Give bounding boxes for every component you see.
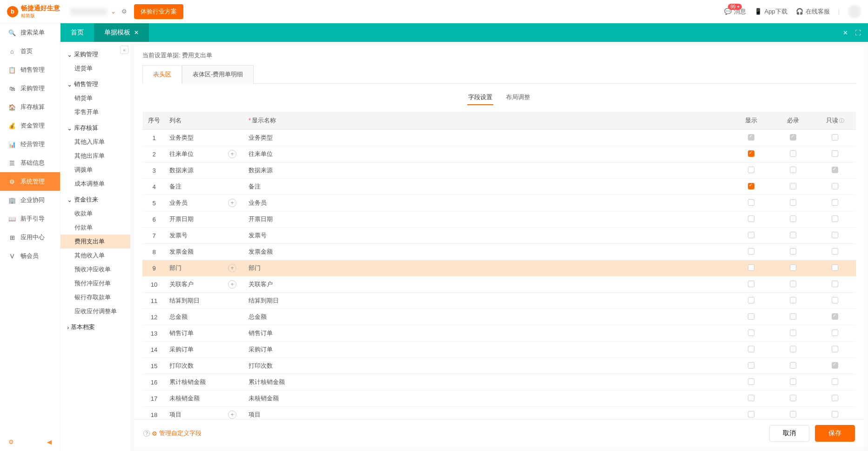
checkbox[interactable] <box>748 395 754 401</box>
tab-template[interactable]: 单据模板 ✕ <box>94 23 149 42</box>
checkbox[interactable] <box>748 248 754 255</box>
checkbox[interactable] <box>748 330 754 336</box>
checkbox[interactable] <box>832 330 838 336</box>
fullscreen-icon[interactable]: ⛶ <box>855 29 861 36</box>
sub-tab-header[interactable]: 表头区 <box>142 65 182 84</box>
tree-group-head[interactable]: ›基本档案 <box>61 320 130 334</box>
checkbox[interactable] <box>790 313 796 320</box>
tree-item[interactable]: 零售开单 <box>61 105 130 119</box>
customer-service-button[interactable]: 🎧 在线客服 <box>796 7 830 16</box>
checkbox[interactable] <box>832 395 838 401</box>
sidebar-item-biz[interactable]: 📊经营管理 <box>0 135 60 154</box>
cell-display[interactable]: 总金额 <box>245 309 730 325</box>
view-tab-fields[interactable]: 字段设置 <box>467 90 493 105</box>
manage-custom-fields-link[interactable]: ? ⚙ 管理自定义字段 <box>143 429 202 438</box>
collapse-left-icon[interactable]: « <box>120 46 128 54</box>
cell-display[interactable]: 发票金额 <box>245 244 730 260</box>
sidebar-item-sale[interactable]: 📋销售管理 <box>0 61 60 79</box>
checkbox[interactable] <box>748 313 754 320</box>
checkbox[interactable] <box>790 297 796 303</box>
checkbox[interactable] <box>748 199 754 206</box>
cell-display[interactable]: 业务员 <box>245 195 730 211</box>
sidebar-item-sys[interactable]: ⚙系统管理 <box>0 172 60 191</box>
checkbox[interactable] <box>790 150 796 157</box>
checkbox[interactable] <box>748 264 754 271</box>
cell-display[interactable]: 部门 <box>245 260 730 276</box>
checkbox[interactable] <box>748 183 754 189</box>
view-tab-layout[interactable]: 布局调整 <box>505 90 531 105</box>
plus-icon[interactable]: + <box>228 264 236 272</box>
help-icon[interactable]: ⓘ <box>839 118 844 123</box>
checkbox[interactable] <box>790 264 796 271</box>
tab-home[interactable]: 首页 <box>61 23 94 42</box>
cell-display[interactable]: 未核销金额 <box>245 390 730 407</box>
messages-button[interactable]: 💬 99 + 消息 <box>724 7 746 16</box>
cell-display[interactable]: 数据来源 <box>245 162 730 179</box>
cell-display[interactable]: 项目 <box>245 407 730 419</box>
close-icon[interactable]: ✕ <box>134 29 139 36</box>
checkbox[interactable] <box>832 248 838 255</box>
cell-display[interactable]: 结算到期日 <box>245 293 730 309</box>
tree-item[interactable]: 调拨单 <box>61 163 130 177</box>
cell-display[interactable]: 采购订单 <box>245 342 730 358</box>
checkbox[interactable] <box>790 232 796 238</box>
checkbox[interactable] <box>748 378 754 385</box>
checkbox[interactable] <box>832 281 838 287</box>
checkbox[interactable] <box>748 281 754 287</box>
tree-group-head[interactable]: ⌄销售管理 <box>61 77 130 91</box>
checkbox[interactable] <box>832 134 838 141</box>
sidebar-item-coop[interactable]: 🏢企业协同 <box>0 191 60 209</box>
checkbox[interactable] <box>790 378 796 385</box>
avatar[interactable] <box>848 5 861 18</box>
checkbox[interactable] <box>748 297 754 303</box>
checkbox[interactable] <box>832 346 838 352</box>
checkbox[interactable] <box>790 248 796 255</box>
tree-item[interactable]: 费用支出单 <box>61 235 130 249</box>
plus-icon[interactable]: + <box>228 150 236 158</box>
cell-display[interactable]: 关联客户 <box>245 276 730 293</box>
tree-item[interactable]: 其他入库单 <box>61 135 130 149</box>
checkbox[interactable] <box>790 362 796 369</box>
sidebar-item-app[interactable]: ⊞应用中心 <box>0 228 60 247</box>
sidebar-item-fund[interactable]: 💰资金管理 <box>0 116 60 135</box>
cell-display[interactable]: 开票日期 <box>245 211 730 228</box>
sidebar-item-home[interactable]: ⌂首页 <box>0 42 60 61</box>
sub-tab-body[interactable]: 表体区-费用单明细 <box>182 65 254 84</box>
plus-icon[interactable]: + <box>228 280 236 289</box>
gear-icon[interactable]: ⚙ <box>121 8 127 15</box>
tree-group-head[interactable]: ⌄库存核算 <box>61 121 130 135</box>
checkbox[interactable] <box>748 150 754 157</box>
sidebar-item-stock[interactable]: 🏠库存核算 <box>0 98 60 116</box>
tree-item[interactable]: 进货单 <box>61 61 130 75</box>
app-download-button[interactable]: 📱 App下载 <box>754 7 787 16</box>
sidebar-item-member[interactable]: V畅会员 <box>0 247 60 265</box>
cancel-button[interactable]: 取消 <box>769 425 809 442</box>
checkbox[interactable] <box>832 199 838 206</box>
checkbox[interactable] <box>790 330 796 336</box>
cell-display[interactable]: 往来单位 <box>245 146 730 162</box>
cell-display[interactable]: 业务类型 <box>245 130 730 146</box>
sidebar-item-guide[interactable]: 📖新手引导 <box>0 209 60 228</box>
save-button[interactable]: 保存 <box>815 425 855 442</box>
checkbox[interactable] <box>832 215 838 222</box>
checkbox[interactable] <box>790 346 796 352</box>
checkbox[interactable] <box>748 167 754 173</box>
checkbox[interactable] <box>790 167 796 173</box>
tree-item[interactable]: 其他收入单 <box>61 249 130 263</box>
sidebar-item-base[interactable]: ☰基础信息 <box>0 154 60 172</box>
tree-item[interactable]: 其他出库单 <box>61 149 130 163</box>
tree-item[interactable]: 预付冲应付单 <box>61 276 130 290</box>
checkbox[interactable] <box>790 183 796 189</box>
checkbox[interactable] <box>790 199 796 206</box>
close-all-icon[interactable]: ✕ <box>843 29 848 36</box>
org-selector[interactable]: ⌄ <box>70 8 116 15</box>
trial-button[interactable]: 体验行业方案 <box>134 4 183 19</box>
cell-display[interactable]: 发票号 <box>245 228 730 244</box>
checkbox[interactable] <box>790 281 796 287</box>
checkbox[interactable] <box>832 297 838 303</box>
checkbox[interactable] <box>790 215 796 222</box>
tree-item[interactable]: 应收应付调整单 <box>61 304 130 318</box>
checkbox[interactable] <box>748 215 754 222</box>
tree-item[interactable]: 付款单 <box>61 221 130 235</box>
plus-icon[interactable]: + <box>228 411 236 419</box>
